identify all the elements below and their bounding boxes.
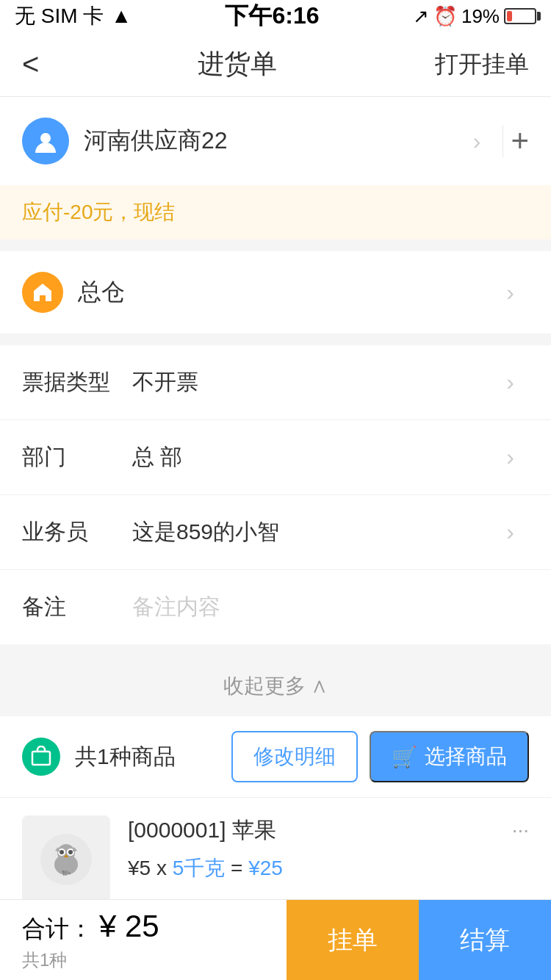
note-row[interactable]: 备注 备注内容 bbox=[0, 570, 551, 644]
wifi-icon: ▲ bbox=[111, 4, 132, 28]
svg-point-0 bbox=[40, 133, 51, 143]
sales-row[interactable]: 业务员 这是859的小智 › bbox=[0, 495, 551, 570]
total-section: 合计： ¥ 25 共1种 bbox=[0, 900, 287, 980]
note-placeholder: 备注内容 bbox=[118, 592, 529, 622]
checkout-button[interactable]: 结算 bbox=[419, 900, 551, 980]
products-section: 共1种商品 修改明细 🛒 选择商品 bbox=[0, 716, 551, 921]
product-thumbnail: 智+ bbox=[22, 815, 110, 904]
sales-value: 这是859的小智 bbox=[118, 517, 506, 547]
status-time: 下午6:16 bbox=[225, 0, 319, 32]
price-per-unit: ¥5 x bbox=[128, 857, 173, 879]
nav-bar: < 进货单 打开挂单 bbox=[0, 32, 551, 97]
supplier-row[interactable]: 河南供应商22 › + bbox=[0, 97, 551, 185]
bottom-bar: 合计： ¥ 25 共1种 挂单 结算 bbox=[0, 899, 551, 980]
supplier-avatar bbox=[22, 118, 69, 165]
svg-text:智+: 智+ bbox=[62, 870, 71, 876]
add-supplier-button[interactable]: + bbox=[511, 123, 529, 159]
warehouse-name: 总仓 bbox=[78, 276, 506, 309]
warehouse-card[interactable]: 总仓 › bbox=[0, 251, 551, 334]
product-title: 苹果 bbox=[232, 818, 276, 842]
svg-point-8 bbox=[68, 850, 73, 854]
edit-detail-button[interactable]: 修改明细 bbox=[231, 731, 358, 782]
product-name: [0000001] 苹果 bbox=[128, 815, 512, 846]
dept-chevron-icon: › bbox=[506, 444, 514, 471]
status-left: 无 SIM 卡 ▲ bbox=[15, 2, 132, 30]
collapse-button[interactable]: 收起更多 ∧ bbox=[0, 656, 551, 716]
invoice-row[interactable]: 票据类型 不开票 › bbox=[0, 345, 551, 420]
divider bbox=[503, 125, 503, 157]
dept-row[interactable]: 部门 总 部 › bbox=[0, 420, 551, 495]
sales-label: 业务员 bbox=[22, 517, 118, 547]
svg-rect-1 bbox=[32, 752, 50, 765]
status-right: ↗ ⏰ 19% bbox=[413, 5, 536, 28]
product-code: [0000001] bbox=[128, 818, 232, 842]
supplier-chevron-icon: › bbox=[473, 128, 481, 155]
warehouse-chevron-icon: › bbox=[506, 279, 514, 306]
total-row: 合计： ¥ 25 bbox=[22, 909, 264, 945]
supplier-alert: 应付-20元，现结 bbox=[0, 185, 551, 239]
warehouse-icon bbox=[22, 272, 63, 313]
open-hang-button[interactable]: 打开挂单 bbox=[435, 48, 529, 81]
hang-button[interactable]: 挂单 bbox=[287, 900, 419, 980]
product-price: ¥5 x 5千克 = ¥25 bbox=[128, 854, 512, 882]
back-button[interactable]: < bbox=[22, 48, 39, 81]
svg-point-7 bbox=[60, 850, 64, 854]
total-label: 合计： bbox=[22, 915, 93, 942]
products-icon bbox=[22, 738, 60, 776]
more-button[interactable]: ··· bbox=[512, 818, 529, 842]
battery-percent: 19% bbox=[461, 5, 500, 28]
products-header: 共1种商品 修改明细 🛒 选择商品 bbox=[0, 716, 551, 797]
quantity: 5千克 bbox=[173, 857, 226, 879]
dept-value: 总 部 bbox=[118, 442, 506, 472]
alarm-icon: ⏰ bbox=[433, 5, 457, 28]
product-info: [0000001] 苹果 ¥5 x 5千克 = ¥25 bbox=[128, 815, 512, 882]
invoice-label: 票据类型 bbox=[22, 367, 118, 397]
warehouse-row[interactable]: 总仓 › bbox=[0, 251, 551, 334]
supplier-name: 河南供应商22 bbox=[84, 125, 473, 157]
dept-label: 部门 bbox=[22, 442, 118, 472]
products-count: 共1种商品 bbox=[75, 742, 231, 772]
cart-icon: 🛒 bbox=[392, 745, 417, 769]
total-amount: ¥ 25 bbox=[99, 909, 159, 943]
total-price: ¥25 bbox=[248, 857, 283, 879]
page-title: 进货单 bbox=[198, 46, 277, 82]
supplier-card: 河南供应商22 › + 应付-20元，现结 bbox=[0, 97, 551, 239]
location-icon: ↗ bbox=[413, 5, 429, 28]
main-content: 河南供应商22 › + 应付-20元，现结 总仓 › 票据类型 不开票 › 部门… bbox=[0, 97, 551, 980]
select-product-label: 选择商品 bbox=[425, 743, 507, 771]
select-product-button[interactable]: 🛒 选择商品 bbox=[370, 731, 529, 782]
invoice-value: 不开票 bbox=[118, 367, 506, 397]
equals: = bbox=[225, 857, 248, 879]
form-card: 票据类型 不开票 › 部门 总 部 › 业务员 这是859的小智 › 备注 备注… bbox=[0, 345, 551, 644]
note-label: 备注 bbox=[22, 592, 118, 622]
sales-chevron-icon: › bbox=[506, 519, 514, 546]
status-bar: 无 SIM 卡 ▲ 下午6:16 ↗ ⏰ 19% bbox=[0, 0, 551, 32]
battery-icon bbox=[504, 8, 536, 24]
invoice-chevron-icon: › bbox=[506, 369, 514, 396]
total-count: 共1种 bbox=[22, 948, 264, 972]
carrier-text: 无 SIM 卡 bbox=[15, 2, 104, 30]
